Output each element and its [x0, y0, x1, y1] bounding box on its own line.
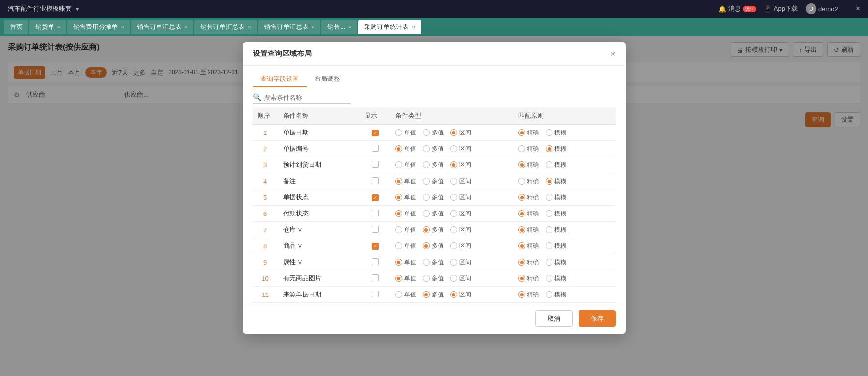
- type-radio-multi[interactable]: 多值: [423, 226, 444, 234]
- match-radio-exact[interactable]: 精确: [518, 274, 539, 283]
- type-radio-range[interactable]: 区间: [450, 242, 471, 250]
- type-radio-multi[interactable]: 多值: [423, 242, 444, 250]
- tab-sales-close[interactable]: ×: [57, 24, 60, 30]
- tab-sales-expense[interactable]: 销售费用分摊单 ×: [67, 20, 130, 34]
- match-radio-fuzzy[interactable]: 模糊: [546, 193, 566, 202]
- match-radio-exact[interactable]: 精确: [518, 193, 539, 202]
- match-radio-exact[interactable]: 精确: [518, 258, 539, 267]
- dialog: 设置查询区域布局 × 查询字段设置 布局调整 🔍 顺序 条件名称 显示 条件类型: [243, 42, 626, 334]
- tab-sales-expense-close[interactable]: ×: [121, 24, 124, 30]
- match-radio-exact[interactable]: 精确: [518, 177, 539, 186]
- type-radio-multi[interactable]: 多值: [423, 193, 444, 202]
- type-radio-single[interactable]: 单值: [395, 226, 416, 234]
- type-radio-single[interactable]: 单值: [395, 145, 416, 153]
- radio-label: 单值: [404, 291, 416, 299]
- match-radio-exact[interactable]: 精确: [518, 161, 539, 169]
- type-radio-range[interactable]: 区间: [450, 145, 471, 153]
- type-radio-multi[interactable]: 多值: [423, 145, 444, 153]
- type-radio-single[interactable]: 单值: [395, 193, 416, 202]
- display-checkbox[interactable]: [372, 274, 379, 281]
- type-radio-range[interactable]: 区间: [450, 274, 471, 283]
- type-radio-multi[interactable]: 多值: [423, 210, 444, 218]
- tab-6[interactable]: 销售... ×: [321, 20, 357, 34]
- display-checkbox[interactable]: [372, 258, 379, 265]
- type-radio-single[interactable]: 单值: [395, 291, 416, 299]
- type-radio-range[interactable]: 区间: [450, 129, 471, 137]
- tab-home[interactable]: 首页: [4, 20, 28, 34]
- user-menu[interactable]: D demo2: [806, 3, 838, 14]
- tab-4-close[interactable]: ×: [248, 24, 251, 30]
- tab-5-close[interactable]: ×: [312, 24, 315, 30]
- app-dropdown-icon[interactable]: ▾: [76, 5, 79, 13]
- match-radio-fuzzy[interactable]: 模糊: [546, 129, 566, 137]
- match-radio-exact[interactable]: 精确: [518, 242, 539, 250]
- display-checkbox[interactable]: [372, 243, 379, 250]
- match-radio-fuzzy[interactable]: 模糊: [546, 258, 566, 267]
- type-radio-multi[interactable]: 多值: [423, 177, 444, 186]
- type-radio-single[interactable]: 单值: [395, 177, 416, 186]
- display-checkbox[interactable]: [372, 161, 379, 168]
- tab-active[interactable]: 采购订单统计表 ×: [358, 20, 421, 34]
- tab-sales[interactable]: 销货单 ×: [29, 20, 66, 34]
- match-radio-exact[interactable]: 精确: [518, 210, 539, 218]
- display-checkbox[interactable]: [372, 194, 379, 201]
- type-radio-single[interactable]: 单值: [395, 129, 416, 137]
- radio-label: 区间: [459, 274, 471, 283]
- match-radio-exact[interactable]: 精确: [518, 291, 539, 299]
- notification-btn[interactable]: 🔔 消息 99+: [718, 4, 756, 13]
- download-btn[interactable]: 📱 App下载: [764, 4, 798, 13]
- type-radio-single[interactable]: 单值: [395, 242, 416, 250]
- radio-dot: [546, 242, 552, 249]
- match-radio-fuzzy[interactable]: 模糊: [546, 161, 566, 169]
- display-checkbox[interactable]: [372, 177, 379, 184]
- match-radio-exact[interactable]: 精确: [518, 226, 539, 234]
- match-radio-fuzzy[interactable]: 模糊: [546, 274, 566, 283]
- radio-label: 区间: [459, 145, 471, 153]
- match-radio-fuzzy[interactable]: 模糊: [546, 145, 566, 153]
- type-radio-multi[interactable]: 多值: [423, 258, 444, 267]
- search-input[interactable]: [264, 94, 342, 101]
- match-radio-fuzzy[interactable]: 模糊: [546, 177, 566, 186]
- type-radio-multi[interactable]: 多值: [423, 129, 444, 137]
- tab-layout[interactable]: 布局调整: [307, 72, 348, 87]
- match-radio-fuzzy[interactable]: 模糊: [546, 291, 566, 299]
- display-checkbox[interactable]: [372, 226, 379, 233]
- display-checkbox[interactable]: [372, 291, 379, 297]
- type-radio-range[interactable]: 区间: [450, 177, 471, 186]
- type-radio-multi[interactable]: 多值: [423, 274, 444, 283]
- tab-sales-stat-close[interactable]: ×: [184, 24, 187, 30]
- display-checkbox[interactable]: [372, 130, 379, 136]
- tab-active-close[interactable]: ×: [412, 24, 415, 30]
- type-radio-single[interactable]: 单值: [395, 274, 416, 283]
- type-radio-multi[interactable]: 多值: [423, 161, 444, 169]
- cancel-btn[interactable]: 取消: [535, 310, 573, 327]
- tab-4[interactable]: 销售订单汇总表 ×: [194, 20, 257, 34]
- dialog-close-btn[interactable]: ×: [610, 50, 616, 58]
- radio-dot: [518, 275, 525, 282]
- row-order: 11: [253, 287, 278, 303]
- type-radio-range[interactable]: 区间: [450, 226, 471, 234]
- tab-6-close[interactable]: ×: [348, 24, 351, 30]
- type-radio-range[interactable]: 区间: [450, 193, 471, 202]
- display-checkbox[interactable]: [372, 210, 379, 216]
- type-radio-single[interactable]: 单值: [395, 210, 416, 218]
- type-radio-single[interactable]: 单值: [395, 258, 416, 267]
- match-radio-fuzzy[interactable]: 模糊: [546, 226, 566, 234]
- display-checkbox[interactable]: [372, 145, 379, 152]
- match-radio-fuzzy[interactable]: 模糊: [546, 242, 566, 250]
- row-order: 3: [253, 157, 278, 173]
- tab-5[interactable]: 销售订单汇总表 ×: [258, 20, 320, 34]
- tab-sales-stat[interactable]: 销售订单汇总表 ×: [131, 20, 193, 34]
- type-radio-range[interactable]: 区间: [450, 210, 471, 218]
- type-radio-single[interactable]: 单值: [395, 161, 416, 169]
- type-radio-range[interactable]: 区间: [450, 258, 471, 267]
- type-radio-range[interactable]: 区间: [450, 291, 471, 299]
- save-btn[interactable]: 保存: [579, 310, 616, 327]
- topbar-close-btn[interactable]: ×: [856, 4, 860, 13]
- type-radio-range[interactable]: 区间: [450, 161, 471, 169]
- match-radio-exact[interactable]: 精确: [518, 145, 539, 153]
- match-radio-fuzzy[interactable]: 模糊: [546, 210, 566, 218]
- match-radio-exact[interactable]: 精确: [518, 129, 539, 137]
- tab-fields[interactable]: 查询字段设置: [253, 72, 307, 87]
- type-radio-multi[interactable]: 多值: [423, 291, 444, 299]
